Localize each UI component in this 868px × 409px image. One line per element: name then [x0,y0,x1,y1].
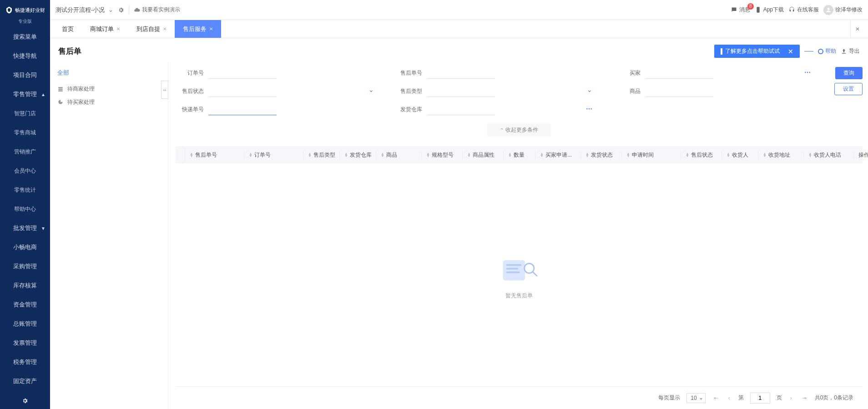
table-col-10[interactable]: ▲▼申请时间 [622,151,681,159]
sidebar-item-11[interactable]: 小畅电商 [0,238,50,257]
table-col-3[interactable]: ▲▼发货仓库 [340,151,376,159]
col-label: 售后状态 [691,151,713,159]
close-icon[interactable]: ✕ [163,26,167,31]
sidebar-item-7[interactable]: 会员中心 [0,161,50,180]
sidebar-item-13[interactable]: 库存核算 [0,276,50,295]
sidebar-item-14[interactable]: 资金管理 [0,295,50,314]
last-page[interactable]: ⇥ [800,395,808,401]
close-icon[interactable]: ✕ [116,26,120,31]
sidebar-item-9[interactable]: 帮助中心 [0,199,50,219]
filter-input[interactable] [645,67,713,79]
sidebar-item-16[interactable]: 发票管理 [0,333,50,353]
table-col-13[interactable]: ▲▼收货地址 [758,151,804,159]
close-icon[interactable]: ✕ [209,26,213,31]
tab-0[interactable]: 首页 [54,20,82,38]
table-col-8[interactable]: ▲▼买家申请... [535,151,581,159]
sidebar-item-0[interactable]: 搜索菜单 [0,27,50,46]
prev-page[interactable]: ‹ [727,395,732,401]
table-col-11[interactable]: ▲▼售后状态 [681,151,722,159]
status-filter-panel: ‹‹ 全部 待商家处理待买家处理 [50,62,168,409]
sort-icon: ▲▼ [727,153,730,157]
tab-1[interactable]: 商城订单✕ [82,20,128,38]
tab-3[interactable]: 售后服务✕ [175,20,221,38]
filter-input[interactable] [208,67,277,79]
cloud-icon [134,7,140,13]
tab-label: 售后服务 [183,25,207,33]
collapse-conditions[interactable]: ⌃ 收起更多条件 [487,123,551,137]
col-label: 售后类型 [313,151,335,159]
page-size-select[interactable]: 10 [686,393,705,403]
filter-item: 发货仓库 [394,103,594,115]
filter-item: 售后类型 [394,85,594,97]
sidebar-item-2[interactable]: 项目合同 [0,66,50,85]
sidebar-item-15[interactable]: 总账管理 [0,314,50,333]
page-input[interactable] [750,393,770,404]
avatar [823,5,833,15]
help-link-text: 帮助 [825,47,836,55]
table-col-2[interactable]: ▲▼售后类型 [303,151,340,159]
empty-state: 暂无售后单 [176,163,863,386]
tab-2[interactable]: 到店自提✕ [128,20,175,38]
flow-selector[interactable]: 测试分开流程-小况 ⌄ [56,6,113,14]
table-col-12[interactable]: ▲▼收货人 [722,151,758,159]
filter-input[interactable] [208,85,277,97]
filter-input[interactable] [208,103,277,115]
status-filter-0[interactable]: 待商家处理 [54,82,164,96]
gear-icon[interactable] [118,7,124,13]
filter-input[interactable] [645,85,713,97]
table-col-14[interactable]: ▲▼收货人电话 [804,151,854,159]
table-col-0[interactable]: ▲▼售后单号 [185,151,244,159]
sidebar-item-3[interactable]: 零售管理▲ [0,85,50,104]
sidebar-item-19[interactable]: 工资 [0,391,50,393]
filter-input[interactable] [427,67,495,79]
table-col-15[interactable]: 操作 [854,151,868,159]
filter-all[interactable]: 全部 [54,67,164,79]
online-service-action[interactable]: 在线客服 [788,6,819,14]
sidebar-item-5[interactable]: 零售商城 [0,123,50,142]
search-button[interactable]: 查询 [835,67,863,79]
sidebar-item-4[interactable]: 智慧门店 [0,104,50,123]
table-col-4[interactable]: ▲▼商品 [376,151,422,159]
sort-icon: ▲▼ [686,153,689,157]
close-icon[interactable]: ✕ [788,48,793,55]
sidebar-settings[interactable] [0,393,50,409]
sort-icon: ▲▼ [381,153,384,157]
svg-rect-4 [506,268,519,270]
collapse-left-panel[interactable]: ‹‹ [161,81,168,99]
first-page[interactable]: ⇤ [712,395,720,401]
sidebar-item-18[interactable]: 固定资产 [0,372,50,391]
export-link[interactable]: 导出 [841,47,860,55]
filter-item: 售后状态 [176,85,376,97]
filter-label: 买家 [612,69,645,77]
filter-input[interactable] [427,103,495,115]
sort-icon: ▲▼ [249,153,252,157]
table-col-9[interactable]: ▲▼发货状态 [581,151,622,159]
sidebar-item-8[interactable]: 零售统计 [0,180,50,199]
filter-input[interactable] [427,85,495,97]
table-col-6[interactable]: ▲▼商品属性 [463,151,504,159]
demo-link[interactable]: 我要看实例演示 [134,6,180,14]
app-download-action[interactable]: App下载 [755,6,784,14]
sidebar-item-1[interactable]: 快捷导航 [0,46,50,66]
sidebar-item-10[interactable]: 批发管理▼ [0,219,50,238]
table-settings-col[interactable] [176,147,185,163]
user-name: 徐泽华修改 [835,6,863,14]
table-col-7[interactable]: ▲▼数量 [504,151,535,159]
sidebar-item-17[interactable]: 税务管理 [0,353,50,372]
settings-button[interactable]: 设置 [834,83,863,95]
table-col-5[interactable]: ▲▼规格型号 [422,151,463,159]
caret-icon: ▲ [41,92,45,97]
status-icon [57,99,64,106]
filter-label: 售后单号 [394,69,427,77]
next-page[interactable]: › [788,395,794,401]
status-filter-1[interactable]: 待买家处理 [54,96,164,109]
user-menu[interactable]: 徐泽华修改 [823,5,863,15]
table-col-1[interactable]: ▲▼订单号 [244,151,303,159]
sort-icon: ▲▼ [190,153,193,157]
help-link[interactable]: 帮助 [818,47,836,55]
filter-item: 买家 [612,67,812,79]
close-all-tabs[interactable]: ✕ [850,20,864,38]
sidebar-item-6[interactable]: 营销推广 [0,142,50,161]
sidebar-item-12[interactable]: 采购管理 [0,257,50,276]
messages-action[interactable]: 消息 8 [731,6,750,14]
